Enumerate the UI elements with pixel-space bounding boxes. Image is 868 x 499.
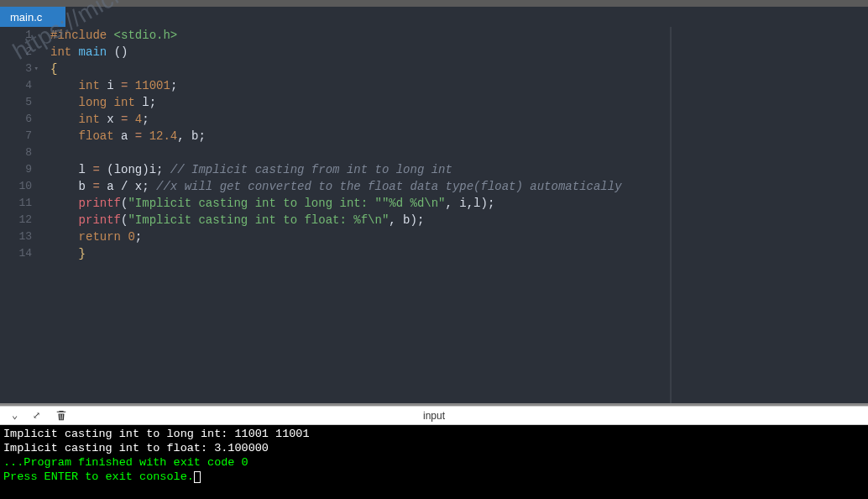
gutter-line: 6 — [0, 111, 32, 128]
code-line: return 0; — [50, 228, 868, 245]
expand-icon[interactable]: ⤢ — [33, 410, 40, 421]
code-line: printf("Implicit casting int to long int… — [50, 195, 868, 212]
code-line: b = a / x; //x will get converted to the… — [50, 178, 868, 195]
line-gutter: 1 2 3 4 5 6 7 8 9 10 11 12 13 14 — [0, 27, 40, 403]
code-line: int main () — [50, 44, 868, 60]
gutter-line: 1 — [0, 27, 32, 44]
trash-icon[interactable] — [55, 410, 67, 422]
console-output[interactable]: Implicit casting int to long int: 11001 … — [0, 425, 868, 499]
chevron-down-icon[interactable]: ⌄ — [12, 409, 18, 422]
code-line: int i = 11001; — [50, 77, 868, 94]
vertical-divider — [670, 27, 672, 403]
tab-bar: main.c — [0, 7, 868, 27]
window-titlebar — [0, 0, 868, 7]
console-line: Implicit casting int to long int: 11001 … — [3, 427, 865, 441]
gutter-line: 8 — [0, 144, 32, 161]
code-line — [50, 144, 868, 161]
console-line: Press ENTER to exit console. — [3, 470, 865, 484]
gutter-line: 14 — [0, 245, 32, 262]
code-line: } — [50, 245, 868, 262]
code-line: int x = 4; — [50, 111, 868, 128]
gutter-line: 5 — [0, 94, 32, 111]
gutter-line: 2 — [0, 44, 32, 60]
code-line: #include <stdio.h> — [50, 27, 868, 44]
code-line: printf("Implicit casting int to float: %… — [50, 212, 868, 228]
editor: 1 2 3 4 5 6 7 8 9 10 11 12 13 14 #includ… — [0, 27, 868, 403]
gutter-line: 9 — [0, 161, 32, 178]
gutter-line: 4 — [0, 77, 32, 94]
gutter-line: 12 — [0, 212, 32, 228]
gutter-line: 13 — [0, 228, 32, 245]
gutter-line: 10 — [0, 178, 32, 195]
console-line: Implicit casting int to float: 3.100000 — [3, 441, 865, 455]
console-toolbar: ⌄ ⤢ input — [0, 406, 868, 425]
tab-main-c[interactable]: main.c — [0, 7, 65, 27]
code-line: float a = 12.4, b; — [50, 128, 868, 144]
toolbar-label: input — [423, 410, 445, 422]
gutter-line: 11 — [0, 195, 32, 212]
code-line: long int l; — [50, 94, 868, 111]
code-line: l = (long)i; // Implicit casting from in… — [50, 161, 868, 178]
code-line: { — [50, 60, 868, 77]
console-line: ...Program finished with exit code 0 — [3, 455, 865, 470]
gutter-line: 3 — [0, 60, 32, 77]
tab-label: main.c — [10, 11, 42, 24]
console-cursor — [194, 471, 201, 483]
code-area[interactable]: #include <stdio.h> int main () { int i =… — [40, 27, 868, 403]
gutter-line: 7 — [0, 128, 32, 144]
